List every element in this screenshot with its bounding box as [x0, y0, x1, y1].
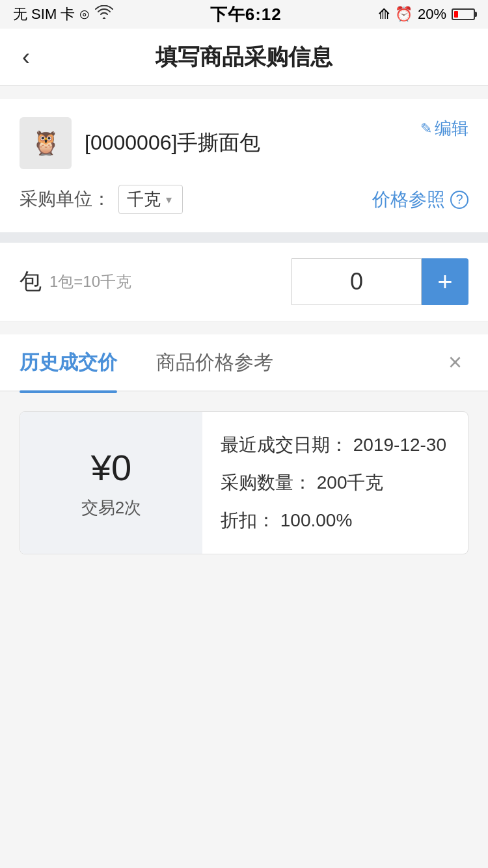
- edit-icon: ✎: [420, 120, 432, 137]
- quantity-input[interactable]: [291, 258, 422, 305]
- history-transactions: 交易2次: [81, 496, 141, 519]
- location-icon: ⟰: [378, 6, 390, 23]
- history-discount-label: 折扣：: [221, 510, 275, 530]
- history-detail-date: 最近成交日期： 2019-12-30: [221, 431, 450, 459]
- main-content: 历史成交价 商品价格参考 × ¥0 交易2次 最近成交日期： 2019-12-3…: [0, 334, 488, 725]
- unit-selector: 采购单位： 千克 ▾: [20, 185, 183, 214]
- history-card-right: 最近成交日期： 2019-12-30 采购数量： 200千克 折扣： 100.0…: [202, 412, 468, 554]
- history-quantity-label: 采购数量：: [221, 472, 312, 493]
- product-name: [0000006]手撕面包: [85, 129, 260, 157]
- product-card: 🦉 [0000006]手撕面包 ✎ 编辑 采购单位： 千克 ▾ 价格参照 ?: [0, 99, 488, 232]
- price-reference-button[interactable]: 价格参照 ?: [372, 187, 468, 212]
- unit-select[interactable]: 千克 ▾: [118, 185, 183, 214]
- history-date-value: 2019-12-30: [353, 435, 446, 455]
- battery-icon: [452, 8, 475, 20]
- status-bar: 无 SIM 卡 ⊙ 下午6:12 ⟰ ⏰ 20%: [0, 0, 488, 29]
- tab-history[interactable]: 历史成交价: [20, 334, 117, 392]
- tab-history-underline: [20, 390, 117, 393]
- history-date-label: 最近成交日期：: [221, 435, 348, 455]
- quantity-label: 包 1包=10千克: [20, 267, 131, 297]
- tab-history-label: 历史成交价: [20, 349, 117, 376]
- tab-bar: 历史成交价 商品价格参考 ×: [0, 334, 488, 392]
- section-divider: [0, 232, 488, 243]
- dropdown-arrow-icon: ▾: [166, 193, 172, 207]
- tab-price-reference[interactable]: 商品价格参考: [156, 334, 273, 392]
- unit-label: 采购单位：: [20, 189, 111, 209]
- history-discount-value: 100.00%: [280, 510, 353, 530]
- product-header: 🦉 [0000006]手撕面包 ✎ 编辑: [20, 117, 468, 169]
- tab-items: 历史成交价 商品价格参考: [20, 334, 273, 392]
- product-thumbnail: 🦉: [20, 117, 72, 169]
- history-detail-discount: 折扣： 100.00%: [221, 507, 450, 534]
- price-ref-label: 价格参照: [372, 187, 445, 212]
- edit-button[interactable]: ✎ 编辑: [420, 117, 468, 140]
- history-detail-quantity: 采购数量： 200千克: [221, 469, 450, 496]
- quantity-input-group: +: [291, 258, 468, 305]
- status-time: 下午6:12: [210, 3, 282, 26]
- battery-percent: 20%: [418, 6, 446, 23]
- product-left: 🦉 [0000006]手撕面包: [20, 117, 260, 169]
- history-card-left: ¥0 交易2次: [20, 412, 202, 554]
- nav-header: ‹ 填写商品采购信息: [0, 29, 488, 86]
- history-panel: ¥0 交易2次 最近成交日期： 2019-12-30 采购数量： 200千克 折…: [0, 392, 488, 574]
- tab-close-button[interactable]: ×: [442, 342, 468, 383]
- help-icon: ?: [450, 191, 468, 209]
- back-button[interactable]: ‹: [16, 37, 36, 77]
- product-logo: 🦉: [31, 129, 61, 157]
- quantity-row: 包 1包=10千克 +: [0, 243, 488, 321]
- wifi-icon: [95, 5, 113, 23]
- history-price: ¥0: [91, 446, 131, 489]
- unit-value: 千克: [127, 188, 161, 211]
- quantity-unit-sub: 1包=10千克: [49, 271, 131, 292]
- quantity-unit: 包: [20, 267, 42, 297]
- edit-label: 编辑: [435, 117, 468, 140]
- status-left: 无 SIM 卡 ⊙: [13, 5, 113, 24]
- quantity-plus-button[interactable]: +: [422, 258, 468, 305]
- tab-price-reference-label: 商品价格参考: [156, 349, 273, 376]
- page-title: 填写商品采购信息: [156, 42, 332, 72]
- signal-text: 无 SIM 卡 ⊙: [13, 5, 90, 24]
- history-card: ¥0 交易2次 最近成交日期： 2019-12-30 采购数量： 200千克 折…: [20, 411, 468, 554]
- status-right: ⟰ ⏰ 20%: [378, 6, 475, 23]
- alarm-icon: ⏰: [395, 6, 413, 23]
- history-quantity-value: 200千克: [317, 472, 384, 493]
- product-unit-row: 采购单位： 千克 ▾ 价格参照 ?: [20, 185, 468, 214]
